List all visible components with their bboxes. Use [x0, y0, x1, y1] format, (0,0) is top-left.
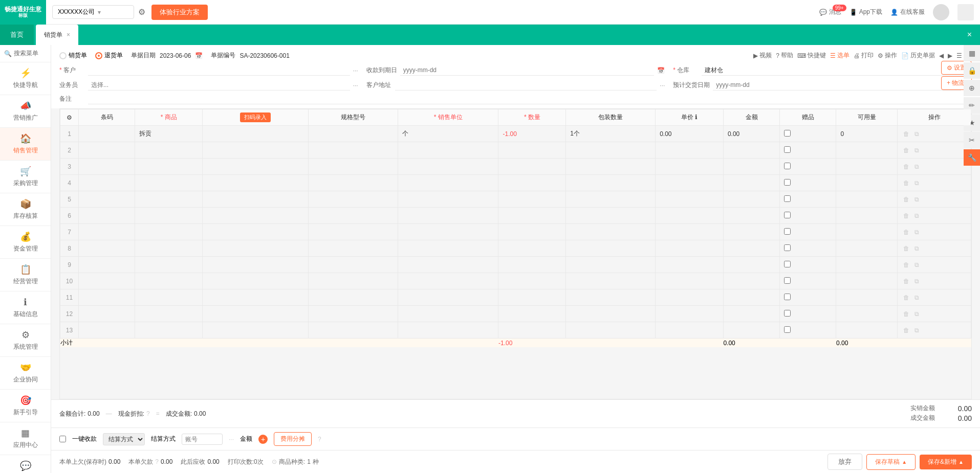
row-product[interactable]: [135, 257, 203, 273]
row-unit[interactable]: [398, 142, 498, 159]
delete-row-icon[interactable]: 🗑: [903, 245, 909, 252]
remark-input[interactable]: [88, 94, 972, 104]
row-pkg-qty[interactable]: [566, 159, 656, 175]
video-button[interactable]: ▶ 视频: [753, 51, 772, 60]
row-barcode[interactable]: [79, 306, 135, 322]
row-unit-price[interactable]: 0.00: [656, 126, 724, 142]
row-amount[interactable]: [723, 273, 779, 289]
row-quantity[interactable]: [498, 208, 566, 224]
row-amount[interactable]: [723, 240, 779, 257]
add-payment-button[interactable]: +: [258, 435, 268, 444]
customer-ellipsis[interactable]: ···: [353, 67, 358, 74]
row-spec[interactable]: [309, 240, 398, 257]
row-spec[interactable]: [309, 306, 398, 322]
tab-close-icon[interactable]: ×: [67, 31, 70, 38]
row-product[interactable]: [135, 224, 203, 240]
row-unit[interactable]: [398, 273, 498, 289]
row-spec[interactable]: [309, 322, 398, 339]
sidebar-search[interactable]: 🔍 搜索菜单: [0, 45, 51, 62]
delete-row-icon[interactable]: 🗑: [903, 261, 909, 268]
sidebar-item-marketing[interactable]: 📣 营销推广: [0, 95, 51, 128]
trial-button[interactable]: 体验行业方案: [151, 5, 208, 20]
row-quantity[interactable]: [498, 142, 566, 159]
row-pkg-qty[interactable]: [566, 175, 656, 191]
sidebar-item-quick-nav[interactable]: ⚡ 快捷导航: [0, 62, 51, 95]
row-barcode[interactable]: [79, 289, 135, 306]
sidebar-item-purchase[interactable]: 🛒 采购管理: [0, 161, 51, 193]
float-zoom-button[interactable]: ⊕: [964, 80, 980, 96]
sidebar-item-sales[interactable]: 🏠 销售管理: [0, 128, 51, 161]
row-barcode[interactable]: [79, 273, 135, 289]
row-spec[interactable]: [309, 159, 398, 175]
row-barcode[interactable]: [79, 240, 135, 257]
history-button[interactable]: 📄 历史单据: [901, 51, 935, 60]
row-amount[interactable]: [723, 306, 779, 322]
row-spec[interactable]: [309, 175, 398, 191]
copy-row-icon[interactable]: ⧉: [914, 294, 919, 301]
row-unit-price[interactable]: [656, 191, 724, 208]
salesperson-input[interactable]: [88, 80, 350, 91]
float-grid-button[interactable]: ▦: [964, 45, 980, 61]
app-download-button[interactable]: 📱 App下载: [850, 8, 882, 16]
delete-row-icon[interactable]: 🗑: [903, 130, 909, 138]
copy-row-icon[interactable]: ⧉: [914, 327, 919, 334]
row-unit-price[interactable]: [656, 257, 724, 273]
row-barcode[interactable]: [79, 224, 135, 240]
scan-button[interactable]: 扫码录入: [240, 112, 271, 122]
row-spec[interactable]: [309, 142, 398, 159]
row-unit[interactable]: [398, 257, 498, 273]
row-pkg-qty[interactable]: 1个: [566, 126, 656, 142]
copy-row-icon[interactable]: ⧉: [914, 147, 919, 154]
tab-bar-close-button[interactable]: ×: [959, 30, 980, 39]
row-pkg-qty[interactable]: [566, 289, 656, 306]
copy-row-icon[interactable]: ⧉: [914, 278, 919, 285]
delete-row-icon[interactable]: 🗑: [903, 163, 909, 170]
one-click-checkbox[interactable]: [59, 436, 66, 442]
row-spec[interactable]: [309, 126, 398, 142]
row-amount[interactable]: [723, 175, 779, 191]
row-product[interactable]: [135, 142, 203, 159]
customer-address-input[interactable]: [395, 80, 657, 91]
nav-next-button[interactable]: ▶: [948, 52, 952, 59]
float-tool-button[interactable]: 🔧: [964, 149, 980, 166]
delete-row-icon[interactable]: 🗑: [903, 212, 909, 219]
radio-sales-order[interactable]: 销货单: [59, 51, 87, 60]
row-product[interactable]: [135, 175, 203, 191]
row-quantity[interactable]: [498, 224, 566, 240]
sidebar-item-management[interactable]: 📋 经营管理: [0, 259, 51, 291]
row-quantity[interactable]: [498, 289, 566, 306]
col-settings[interactable]: ⚙: [60, 109, 79, 126]
row-product[interactable]: [135, 289, 203, 306]
message-button[interactable]: 💬 消息 99+: [819, 8, 841, 16]
delete-row-icon[interactable]: 🗑: [903, 179, 909, 187]
row-unit-price[interactable]: [656, 289, 724, 306]
row-gift[interactable]: [780, 175, 836, 191]
row-unit-price[interactable]: [656, 208, 724, 224]
row-barcode[interactable]: [79, 322, 135, 339]
row-unit[interactable]: [398, 175, 498, 191]
tab-sales-order[interactable]: 销货单 ×: [36, 25, 78, 45]
delete-row-icon[interactable]: 🗑: [903, 278, 909, 285]
due-date-calendar-icon[interactable]: 📅: [657, 67, 665, 74]
row-product[interactable]: 拆贡: [135, 126, 203, 142]
row-pkg-qty[interactable]: [566, 191, 656, 208]
sidebar-item-system[interactable]: ⚙ 系统管理: [0, 324, 51, 357]
row-barcode[interactable]: [79, 126, 135, 142]
row-spec[interactable]: [309, 191, 398, 208]
float-lock-button[interactable]: 🔒: [964, 62, 980, 79]
sidebar-item-basic-info[interactable]: ℹ 基础信息: [0, 291, 51, 324]
row-unit[interactable]: [398, 191, 498, 208]
product-type-check[interactable]: ⊙: [272, 458, 277, 465]
help-button[interactable]: ? 帮助: [776, 51, 793, 60]
tab-home[interactable]: 首页: [0, 25, 34, 45]
row-quantity[interactable]: [498, 175, 566, 191]
discard-button[interactable]: 放弃: [827, 454, 862, 470]
doc-no-value[interactable]: SA-20230606-001: [239, 52, 289, 59]
row-unit-price[interactable]: [656, 322, 724, 339]
print-button[interactable]: 🖨 打印: [854, 51, 874, 60]
select-button[interactable]: ☰ 选单: [830, 51, 850, 60]
row-barcode[interactable]: [79, 257, 135, 273]
row-unit[interactable]: [398, 306, 498, 322]
row-spec[interactable]: [309, 273, 398, 289]
row-spec[interactable]: [309, 224, 398, 240]
